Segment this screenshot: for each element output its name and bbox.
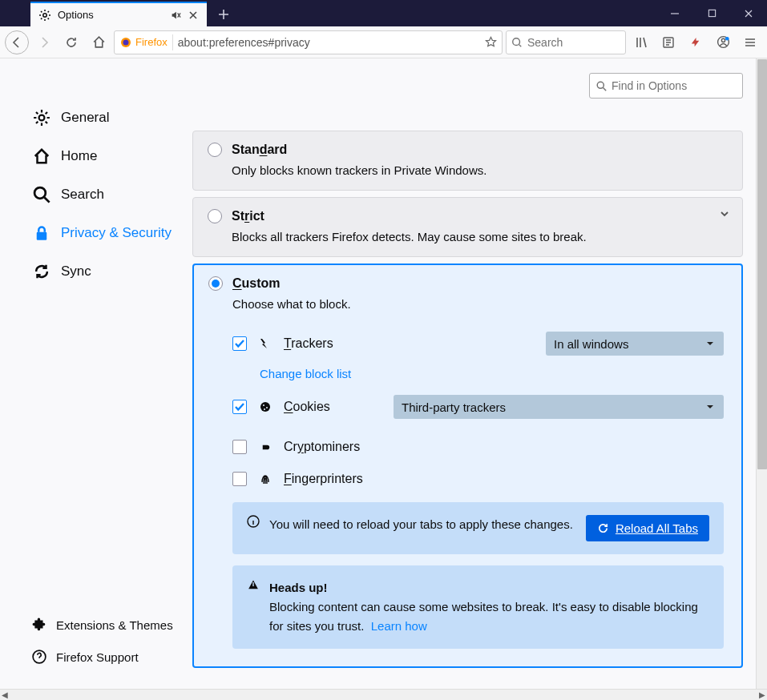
- crypto-icon: [258, 440, 272, 454]
- minimize-button[interactable]: [656, 0, 693, 26]
- svg-rect-1: [708, 10, 715, 16]
- home-icon: [32, 147, 51, 166]
- vertical-scrollbar[interactable]: [756, 58, 767, 689]
- identity-box[interactable]: Firefox: [119, 34, 173, 50]
- protection-card-strict[interactable]: Strict Blocks all trackers Firefox detec…: [192, 197, 743, 257]
- notification-icon[interactable]: [684, 30, 708, 54]
- svg-rect-11: [37, 232, 47, 240]
- home-button[interactable]: [87, 30, 111, 54]
- radio-strict[interactable]: [208, 209, 222, 223]
- menu-button[interactable]: [738, 30, 762, 54]
- option-trackers: Trackers In all windows: [232, 325, 724, 362]
- sidebar-label: General: [61, 110, 109, 126]
- gear-icon: [38, 9, 51, 22]
- sidebar: General Home Search Privacy & Security S…: [0, 58, 192, 689]
- option-label: Fingerprinters: [284, 472, 724, 486]
- horizontal-scrollbar[interactable]: ◀ ▶: [0, 689, 767, 700]
- svg-point-16: [266, 407, 268, 408]
- tracker-icon: [258, 336, 272, 351]
- checkbox-cookies[interactable]: [232, 400, 247, 414]
- card-title: Custom: [232, 276, 281, 291]
- cookie-icon: [258, 400, 272, 414]
- info-icon: [247, 515, 260, 528]
- back-button[interactable]: [5, 30, 29, 54]
- radio-standard[interactable]: [208, 143, 222, 157]
- firefox-icon: [119, 36, 132, 49]
- account-button[interactable]: [711, 30, 735, 54]
- lock-icon: [32, 223, 51, 243]
- protection-card-custom: Custom Choose what to block. Trackers In…: [192, 264, 743, 668]
- chevron-down-icon[interactable]: [720, 209, 729, 219]
- url-text: about:preferences#privacy: [178, 36, 480, 49]
- checkbox-cryptominers[interactable]: [232, 440, 247, 454]
- close-icon[interactable]: [188, 10, 199, 21]
- bookmark-star-icon[interactable]: [485, 36, 497, 48]
- headsup-info-box: Heads up! Blocking content can cause som…: [232, 565, 724, 649]
- card-title: Strict: [232, 209, 264, 223]
- titlebar: Options: [0, 0, 767, 26]
- preferences-page: General Home Search Privacy & Security S…: [0, 58, 767, 689]
- scroll-right-icon[interactable]: ▶: [759, 690, 765, 699]
- checkbox-fingerprinters[interactable]: [232, 472, 247, 486]
- sidebar-item-search[interactable]: Search: [32, 175, 192, 214]
- card-desc: Blocks all trackers Firefox detects. May…: [232, 230, 728, 243]
- find-placeholder: Find in Options: [612, 79, 687, 92]
- puzzle-icon: [32, 618, 46, 632]
- option-fingerprinters: Fingerprinters: [232, 461, 724, 493]
- reload-all-tabs-button[interactable]: Reload All Tabs: [586, 515, 709, 541]
- svg-point-13: [597, 82, 604, 88]
- find-in-options[interactable]: Find in Options: [589, 73, 743, 99]
- learn-how-link[interactable]: Learn how: [371, 619, 427, 633]
- mute-icon[interactable]: [170, 10, 181, 21]
- svg-point-10: [34, 187, 46, 199]
- browser-tab[interactable]: Options: [30, 2, 207, 26]
- option-cookies: Cookies Third-party trackers: [232, 388, 724, 425]
- card-title: Standard: [232, 143, 287, 157]
- scroll-left-icon[interactable]: ◀: [2, 690, 8, 699]
- svg-point-0: [43, 13, 46, 16]
- svg-point-9: [39, 115, 45, 121]
- trackers-dropdown[interactable]: In all windows: [546, 332, 724, 356]
- card-desc: Only blocks known trackers in Private Wi…: [232, 163, 728, 177]
- radio-custom[interactable]: [208, 276, 223, 291]
- library-button[interactable]: [629, 30, 653, 54]
- sidebar-item-general[interactable]: General: [32, 99, 192, 137]
- window-controls: [656, 0, 767, 26]
- svg-point-3: [123, 39, 129, 45]
- new-tab-button[interactable]: [212, 2, 236, 26]
- option-label: Trackers: [284, 336, 535, 351]
- cookies-dropdown[interactable]: Third-party trackers: [394, 395, 724, 419]
- tab-title: Options: [58, 9, 163, 21]
- maximize-button[interactable]: [693, 0, 730, 26]
- change-block-list-link[interactable]: Change block list: [260, 362, 351, 388]
- svg-point-7: [721, 38, 725, 42]
- search-bar[interactable]: Search: [506, 30, 626, 54]
- option-cryptominers: Cryptominers: [232, 425, 724, 461]
- close-window-button[interactable]: [730, 0, 767, 26]
- tabstrip: Options: [0, 0, 236, 26]
- sidebar-label: Privacy & Security: [61, 225, 172, 241]
- search-icon: [32, 185, 51, 204]
- reload-button[interactable]: [59, 30, 83, 54]
- sidebar-label: Sync: [61, 264, 91, 280]
- headsup-message: Heads up! Blocking content can cause som…: [269, 578, 709, 636]
- forward-button[interactable]: [32, 30, 56, 54]
- scrollbar-thumb[interactable]: [757, 59, 767, 469]
- option-label: Cryptominers: [284, 440, 724, 454]
- sidebar-item-sync[interactable]: Sync: [32, 252, 192, 291]
- sidebar-label: Extensions & Themes: [56, 618, 173, 632]
- sidebar-item-home[interactable]: Home: [32, 137, 192, 175]
- protection-card-standard[interactable]: Standard Only blocks known trackers in P…: [192, 131, 743, 191]
- identity-label: Firefox: [135, 36, 168, 48]
- sidebar-item-support[interactable]: Firefox Support: [32, 641, 173, 673]
- sidebar-label: Home: [61, 148, 97, 164]
- option-label: Cookies: [284, 400, 382, 414]
- svg-point-14: [260, 402, 270, 412]
- checkbox-trackers[interactable]: [232, 336, 247, 351]
- sidebar-item-extensions[interactable]: Extensions & Themes: [32, 609, 173, 641]
- url-bar[interactable]: Firefox about:preferences#privacy: [114, 30, 503, 54]
- sidebar-item-privacy[interactable]: Privacy & Security: [32, 214, 192, 252]
- question-icon: [32, 650, 46, 664]
- navigation-toolbar: Firefox about:preferences#privacy Search: [0, 26, 767, 58]
- reader-button[interactable]: [656, 30, 680, 54]
